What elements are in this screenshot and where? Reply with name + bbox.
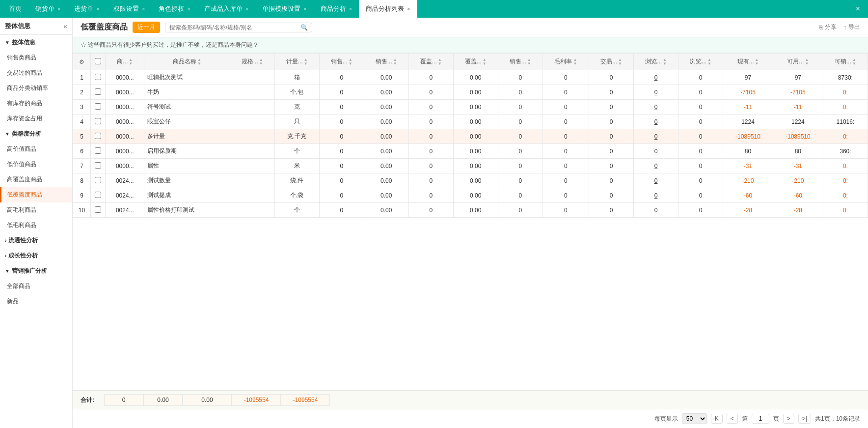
row-select-checkbox[interactable] (95, 177, 101, 183)
sidebar-item-high-coverage[interactable]: 高覆盖度商品 (0, 172, 72, 187)
spec-col-header[interactable]: 规格...▲▼ (230, 54, 274, 70)
row-checkbox[interactable] (91, 70, 106, 85)
row-select-checkbox[interactable] (95, 74, 101, 80)
sidebar-item-traded-goods[interactable]: 交易过的商品 (0, 65, 72, 81)
gross-rate-col-header[interactable]: 毛利率▲▼ (542, 54, 589, 70)
row-select-checkbox[interactable] (95, 147, 101, 154)
browse-link[interactable]: 0 (654, 89, 658, 96)
next-page-btn[interactable]: > (783, 414, 794, 424)
close-tab-permissions[interactable]: × (142, 6, 145, 12)
tab-sales[interactable]: 销货单 × (28, 0, 67, 18)
export-btn[interactable]: ↑ 导出 (843, 23, 860, 31)
tab-permissions[interactable]: 权限设置 × (107, 0, 152, 18)
row-checkbox[interactable] (91, 100, 106, 114)
tab-analysis-list[interactable]: 商品分析列表 × (359, 0, 417, 18)
close-tab-analysis-list[interactable]: × (407, 6, 410, 12)
row-select-checkbox[interactable] (95, 133, 101, 139)
sidebar-item-new-goods[interactable]: 新品 (0, 294, 72, 309)
browse-link[interactable]: 0 (654, 163, 658, 170)
row-checkbox[interactable] (91, 159, 106, 173)
tab-purchase[interactable]: 进货单 × (67, 0, 106, 18)
browse-link[interactable]: 0 (654, 207, 658, 214)
row-select-checkbox[interactable] (95, 118, 101, 124)
row-browse-a[interactable]: 0 (634, 159, 678, 173)
first-page-btn[interactable]: K (711, 414, 723, 424)
tab-product-entry[interactable]: 产成品入库单 × (197, 0, 255, 18)
row-browse-a[interactable]: 0 (634, 114, 678, 129)
tab-home[interactable]: 首页 (2, 0, 28, 18)
coverage-b-col-header[interactable]: 覆盖...▲▼ (453, 54, 498, 70)
sidebar-group-growth[interactable]: › 成长性分析 (0, 248, 72, 263)
last-page-btn[interactable]: >| (798, 414, 811, 424)
filter-btn[interactable]: 近一月 (133, 22, 160, 33)
close-tab-role[interactable]: × (187, 6, 190, 12)
browse-link[interactable]: 0 (654, 118, 658, 125)
table-wrapper[interactable]: ⚙ 商...▲▼ 商品名称▲▼ 规格...▲▼ 计量...▲▼ 销售...▲▼ … (73, 53, 868, 390)
share-btn[interactable]: ⎘ 分享 (819, 23, 837, 31)
row-browse-a[interactable]: 0 (634, 70, 678, 85)
transaction-col-header[interactable]: 交易...▲▼ (589, 54, 634, 70)
sidebar-item-high-profit[interactable]: 高毛利商品 (0, 202, 72, 218)
row-browse-a[interactable]: 0 (634, 188, 678, 203)
current-stock-col-header[interactable]: 现有...▲▼ (723, 54, 773, 70)
row-browse-a[interactable]: 0 (634, 100, 678, 114)
tab-analysis[interactable]: 商品分析 × (314, 0, 359, 18)
row-browse-a[interactable]: 0 (634, 173, 678, 188)
browse-link[interactable]: 0 (654, 192, 658, 199)
sidebar-item-low-value[interactable]: 低价值商品 (0, 157, 72, 172)
browse-link[interactable]: 0 (654, 104, 658, 111)
row-checkbox[interactable] (91, 114, 106, 129)
browse-a-col-header[interactable]: 浏览...▲▼ (634, 54, 678, 70)
browse-link[interactable]: 0 (654, 148, 658, 155)
checkbox-col-header[interactable] (91, 54, 106, 70)
row-browse-a[interactable]: 0 (634, 129, 678, 144)
close-tab-analysis[interactable]: × (349, 6, 352, 12)
row-select-checkbox[interactable] (95, 162, 101, 169)
sidebar-item-inventory-capital[interactable]: 库存资金占用 (0, 111, 72, 126)
close-tab-sales[interactable]: × (57, 6, 60, 12)
browse-link[interactable]: 0 (654, 177, 658, 184)
tab-template[interactable]: 单据模板设置 × (255, 0, 313, 18)
sidebar-toggle[interactable]: « (63, 22, 67, 30)
row-checkbox[interactable] (91, 129, 106, 144)
row-checkbox[interactable] (91, 85, 106, 100)
sidebar-item-inventory-goods[interactable]: 有库存的商品 (0, 96, 72, 111)
sales-c-col-header[interactable]: 销售...▲▼ (498, 54, 542, 70)
row-select-checkbox[interactable] (95, 88, 101, 95)
sales-qty-col-header[interactable]: 销售...▲▼ (319, 54, 364, 70)
sidebar-group-marketing[interactable]: ▼ 营销推广分析 (0, 263, 72, 279)
sidebar-item-low-profit[interactable]: 低毛利商品 (0, 218, 72, 233)
code-col-header[interactable]: 商...▲▼ (106, 54, 144, 70)
search-input[interactable] (169, 24, 298, 31)
browse-link[interactable]: 0 (654, 133, 658, 140)
row-checkbox[interactable] (91, 188, 106, 203)
sidebar-group-flow[interactable]: › 流通性分析 (0, 233, 72, 248)
row-checkbox[interactable] (91, 173, 106, 188)
sidebar-item-sales-rate[interactable]: 商品分类动销率 (0, 81, 72, 96)
row-select-checkbox[interactable] (95, 103, 101, 110)
sidebar-group-category[interactable]: ▼ 类群度分析 (0, 126, 72, 142)
close-tab-purchase[interactable]: × (96, 6, 99, 12)
unit-col-header[interactable]: 计量...▲▼ (274, 54, 319, 70)
sales-amt-col-header[interactable]: 销售...▲▼ (364, 54, 408, 70)
close-all-tabs[interactable]: × (850, 4, 866, 13)
sidebar-item-low-coverage[interactable]: 低覆盖度商品 (0, 187, 72, 202)
coverage-a-col-header[interactable]: 覆盖...▲▼ (408, 54, 453, 70)
row-checkbox[interactable] (91, 144, 106, 159)
row-browse-a[interactable]: 0 (634, 144, 678, 159)
page-size-select[interactable]: 50 20 100 (682, 413, 707, 424)
tab-role[interactable]: 角色授权 × (152, 0, 197, 18)
settings-col-header[interactable]: ⚙ (73, 54, 91, 70)
row-browse-a[interactable]: 0 (634, 203, 678, 218)
row-browse-a[interactable]: 0 (634, 85, 678, 100)
close-tab-product-entry[interactable]: × (245, 6, 248, 12)
sidebar-item-sales-goods[interactable]: 销售类商品 (0, 50, 72, 65)
saleable-col-header[interactable]: 可销...▲▼ (823, 54, 868, 70)
row-select-checkbox[interactable] (95, 206, 101, 213)
sidebar-group-overall[interactable]: ▼ 整体信息 (0, 35, 72, 50)
browse-b-col-header[interactable]: 浏览...▲▼ (678, 54, 723, 70)
sidebar-item-high-value[interactable]: 高价值商品 (0, 142, 72, 157)
available-col-header[interactable]: 可用...▲▼ (773, 54, 823, 70)
prev-page-btn[interactable]: < (727, 414, 738, 424)
browse-link[interactable]: 0 (654, 74, 658, 81)
